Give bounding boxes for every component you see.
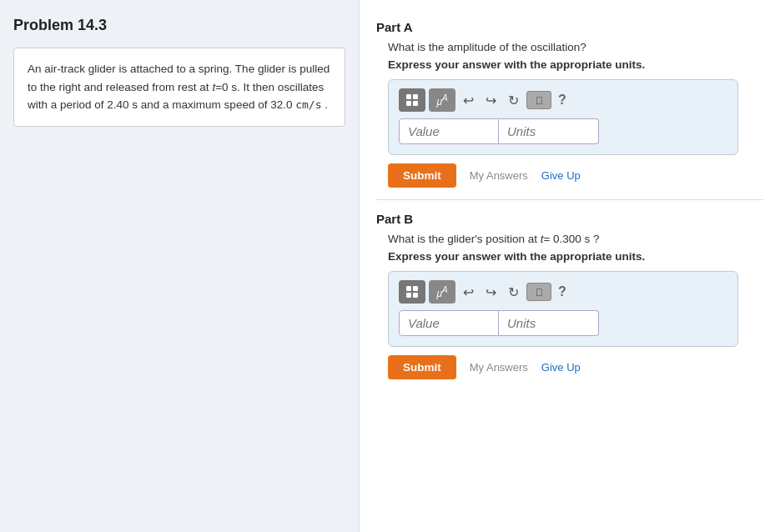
svg-rect-4 — [406, 286, 411, 291]
part-b-refresh-button[interactable]: ↻ — [504, 280, 523, 304]
part-a-my-answers-link[interactable]: My Answers — [470, 169, 528, 182]
part-a-instruction: Express your answer with the appropriate… — [376, 58, 763, 71]
part-a-question: What is the amplitude of the oscillation… — [376, 41, 763, 53]
part-b-answer-box: μA ↩ ↪ ↻ ⎕ ? — [388, 271, 738, 347]
part-b-grid-button[interactable] — [399, 280, 425, 304]
part-a-label: Part A — [376, 20, 763, 34]
grid-icon — [405, 93, 419, 107]
part-a-submit-row: Submit My Answers Give Up — [376, 163, 763, 188]
part-b-toolbar: μA ↩ ↪ ↻ ⎕ ? — [399, 280, 727, 304]
svg-rect-3 — [413, 101, 418, 106]
part-a-answer-box: μA ↩ ↪ ↻ ⎕ ? — [388, 79, 738, 155]
part-a-input-row — [399, 118, 727, 144]
keyboard-icon-b: ⎕ — [536, 287, 542, 297]
svg-rect-5 — [413, 286, 418, 291]
part-b-submit-row: Submit My Answers Give Up — [376, 355, 763, 379]
part-a-refresh-button[interactable]: ↻ — [504, 88, 523, 112]
grid-icon-b — [405, 285, 419, 299]
part-a-keyboard-button[interactable]: ⎕ — [526, 91, 551, 109]
svg-rect-0 — [406, 94, 411, 99]
part-a-grid-button[interactable] — [399, 88, 425, 112]
part-b-input-row — [399, 310, 727, 336]
part-a-undo-button[interactable]: ↩ — [459, 88, 478, 112]
part-a-help-button[interactable]: ? — [555, 91, 570, 109]
part-a-units-input[interactable] — [499, 118, 599, 144]
part-a-toolbar: μA ↩ ↪ ↻ ⎕ ? — [399, 88, 727, 112]
part-b-submit-button[interactable]: Submit — [388, 355, 456, 379]
part-b-units-input[interactable] — [499, 310, 599, 336]
part-b-section: Part B What is the glider's position at … — [376, 200, 763, 391]
part-b-mu-button[interactable]: μA — [429, 280, 455, 304]
part-b-value-input[interactable] — [399, 310, 499, 336]
part-a-submit-button[interactable]: Submit — [388, 163, 456, 188]
part-b-instruction: Express your answer with the appropriate… — [376, 250, 763, 263]
part-a-section: Part A What is the amplitude of the osci… — [376, 8, 763, 200]
problem-box: An air-track glider is attached to a spr… — [13, 48, 345, 127]
part-b-help-button[interactable]: ? — [555, 283, 570, 301]
part-a-mu-button[interactable]: μA — [429, 88, 455, 112]
part-b-give-up-link[interactable]: Give Up — [541, 361, 581, 374]
part-b-label: Part B — [376, 212, 763, 226]
part-b-question: What is the glider's position at t= 0.30… — [376, 233, 763, 245]
part-a-redo-button[interactable]: ↪ — [481, 88, 501, 112]
mu-label-b: μA — [436, 285, 447, 299]
keyboard-icon: ⎕ — [536, 95, 542, 105]
problem-text: An air-track glider is attached to a spr… — [28, 63, 330, 111]
part-a-value-input[interactable] — [399, 118, 499, 144]
svg-rect-6 — [406, 293, 411, 298]
svg-rect-7 — [413, 293, 418, 298]
part-a-give-up-link[interactable]: Give Up — [541, 169, 581, 182]
problem-title: Problem 14.3 — [13, 17, 345, 34]
mu-label: μA — [436, 93, 447, 108]
part-b-my-answers-link[interactable]: My Answers — [470, 361, 528, 374]
svg-rect-2 — [406, 101, 411, 106]
left-panel: Problem 14.3 An air-track glider is atta… — [0, 0, 359, 532]
right-panel: Part A What is the amplitude of the osci… — [359, 0, 780, 532]
part-b-redo-button[interactable]: ↪ — [481, 280, 501, 304]
svg-rect-1 — [413, 94, 418, 99]
part-b-undo-button[interactable]: ↩ — [459, 280, 478, 304]
part-b-keyboard-button[interactable]: ⎕ — [526, 283, 551, 301]
